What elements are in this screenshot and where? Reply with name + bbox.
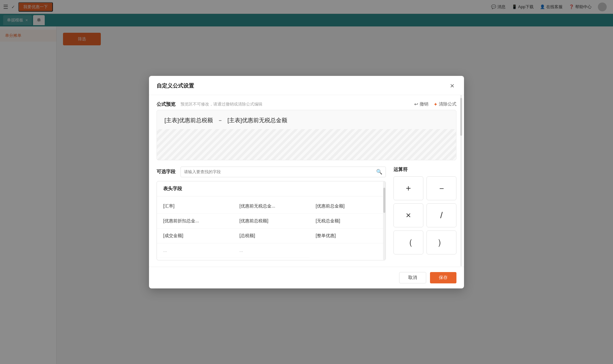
operators-section: 运算符 + － × / （ ） bbox=[393, 167, 456, 260]
dialog-header: 自定义公式设置 ✕ bbox=[149, 76, 464, 95]
scroll-thumb[interactable] bbox=[383, 188, 385, 213]
field-item-5[interactable]: [无税总金额] bbox=[309, 214, 386, 229]
formula-preview-label: 公式预览 bbox=[157, 101, 175, 107]
fields-list-container: 表头字段 [汇率] [优惠前无税总金... [优惠前总金额] bbox=[157, 181, 386, 260]
fields-header: 可选字段 🔍 bbox=[157, 167, 386, 177]
search-input[interactable] bbox=[184, 169, 376, 174]
cancel-button[interactable]: 取消 bbox=[399, 272, 426, 283]
field-item-3-label: [优惠前折扣总金... bbox=[163, 218, 199, 223]
dialog-title: 自定义公式设置 bbox=[157, 82, 194, 89]
field-item-8[interactable]: [整单优惠] bbox=[309, 229, 386, 243]
operator-plus-button[interactable]: + bbox=[393, 176, 423, 200]
field-item-8-label: [整单优惠] bbox=[316, 233, 336, 238]
formula-preview-box: [主表]优惠前总税额 － [主表]优惠前无税总金额 bbox=[157, 110, 456, 160]
field-item-5-label: [无税总金额] bbox=[316, 218, 340, 223]
field-item-2-label: [优惠前总金额] bbox=[316, 203, 345, 208]
dialog-scrollbar-thumb[interactable] bbox=[460, 98, 462, 136]
operator-divide-button[interactable]: / bbox=[427, 203, 456, 227]
formula-operator-display: － bbox=[217, 117, 223, 124]
undo-label: 撤销 bbox=[420, 101, 428, 107]
operator-multiply-button[interactable]: × bbox=[393, 203, 423, 227]
fields-grid: [汇率] [优惠前无税总金... [优惠前总金额] [优惠前折扣总金... bbox=[157, 196, 386, 260]
field-item-10-label: ... bbox=[239, 248, 243, 253]
formula-hint: 预览区不可修改，请通过撤销或清除公式编辑 bbox=[180, 101, 409, 107]
operator-right-paren-button[interactable]: ） bbox=[427, 230, 456, 254]
dialog-footer: 取消 保存 bbox=[149, 267, 464, 288]
lower-section: 可选字段 🔍 表头字段 [汇率] [优 bbox=[157, 167, 456, 260]
fields-label: 可选字段 bbox=[157, 169, 175, 175]
formula-part2: [主表]优惠前无税总金额 bbox=[227, 117, 287, 124]
field-item-7[interactable]: [总税额] bbox=[233, 229, 309, 243]
dialog-body: 公式预览 预览区不可修改，请通过撤销或清除公式编辑 ↩ 撤销 ✦ 清除公式 bbox=[149, 95, 464, 267]
operator-minus-button[interactable]: － bbox=[427, 176, 456, 200]
field-item-1[interactable]: [优惠前无税总金... bbox=[233, 199, 309, 214]
formula-header: 公式预览 预览区不可修改，请通过撤销或清除公式编辑 ↩ 撤销 ✦ 清除公式 bbox=[157, 101, 456, 107]
fields-section: 可选字段 🔍 表头字段 [汇率] [优 bbox=[157, 167, 386, 260]
formula-section: 公式预览 预览区不可修改，请通过撤销或清除公式编辑 ↩ 撤销 ✦ 清除公式 bbox=[157, 101, 456, 160]
clear-icon: ✦ bbox=[433, 101, 438, 107]
field-item-9[interactable]: ... bbox=[157, 243, 233, 258]
field-item-1-label: [优惠前无税总金... bbox=[239, 203, 275, 208]
dialog-close-button[interactable]: ✕ bbox=[448, 82, 456, 90]
clear-formula-button[interactable]: ✦ 清除公式 bbox=[433, 101, 456, 107]
search-icon: 🔍 bbox=[376, 169, 382, 175]
field-item-0[interactable]: [汇率] bbox=[157, 199, 233, 214]
field-item-10[interactable]: ... bbox=[233, 243, 309, 258]
modal-overlay: 自定义公式设置 ✕ 公式预览 预览区不可修改，请通过撤销或清除公式编辑 ↩ 撤销… bbox=[0, 0, 613, 364]
field-item-4[interactable]: [优惠前总税额] bbox=[233, 214, 309, 229]
formula-part1: [主表]优惠前总税额 bbox=[164, 117, 213, 124]
operators-grid: + － × / （ ） bbox=[393, 176, 456, 254]
clear-label: 清除公式 bbox=[439, 101, 456, 107]
field-item-2[interactable]: [优惠前总金额] bbox=[309, 199, 386, 214]
fields-group-header: 表头字段 bbox=[157, 181, 386, 196]
field-item-0-label: [汇率] bbox=[163, 203, 175, 208]
field-item-6[interactable]: [成交金额] bbox=[157, 229, 233, 243]
search-box[interactable]: 🔍 bbox=[180, 167, 386, 177]
formula-actions: ↩ 撤销 ✦ 清除公式 bbox=[414, 101, 456, 107]
save-button[interactable]: 保存 bbox=[430, 272, 456, 283]
field-item-3[interactable]: [优惠前折扣总金... bbox=[157, 214, 233, 229]
undo-icon: ↩ bbox=[414, 101, 418, 107]
field-item-6-label: [成交金额] bbox=[163, 233, 183, 238]
field-item-4-label: [优惠前总税额] bbox=[239, 218, 268, 223]
operators-label: 运算符 bbox=[393, 167, 456, 173]
undo-button[interactable]: ↩ 撤销 bbox=[414, 101, 428, 107]
formula-text: [主表]优惠前总税额 － [主表]优惠前无税总金额 bbox=[164, 117, 449, 124]
dialog-scrollbar[interactable] bbox=[460, 95, 462, 266]
dialog: 自定义公式设置 ✕ 公式预览 预览区不可修改，请通过撤销或清除公式编辑 ↩ 撤销… bbox=[149, 76, 464, 288]
operator-left-paren-button[interactable]: （ bbox=[393, 230, 423, 254]
field-item-9-label: ... bbox=[163, 248, 167, 253]
field-item-7-label: [总税额] bbox=[239, 233, 255, 238]
scroll-track[interactable] bbox=[383, 181, 386, 260]
